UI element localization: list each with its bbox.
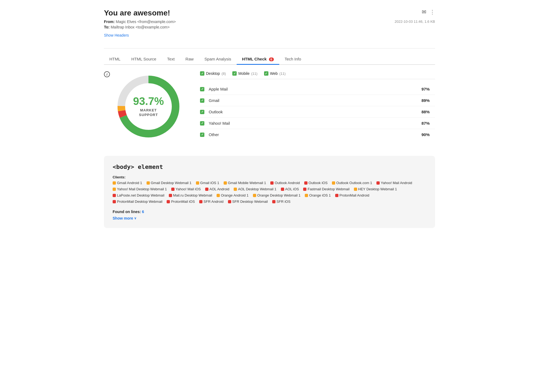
client-item: Outlook Outlook.com 1 xyxy=(332,181,372,185)
client-item: SFR Desktop Webmail xyxy=(228,200,268,204)
compat-name: Outlook xyxy=(209,110,417,114)
client-dot xyxy=(354,188,357,191)
client-name: SFR Desktop Webmail xyxy=(232,200,268,204)
compat-checkbox[interactable] xyxy=(200,110,204,114)
client-dot xyxy=(272,200,275,203)
compat-pct: 97% xyxy=(421,87,435,91)
mobile-checkbox[interactable] xyxy=(232,71,237,76)
client-name: Yahoo! Mail iOS xyxy=(176,187,201,191)
client-item: ProtonMail Android xyxy=(335,193,369,197)
client-item: SFR Android xyxy=(199,200,224,204)
show-headers-link[interactable]: Show Headers xyxy=(104,33,129,37)
client-dot xyxy=(113,181,116,185)
compat-checkbox[interactable] xyxy=(200,98,204,103)
client-name: Mail.ru Desktop Webmail xyxy=(173,193,212,197)
client-item: Orange iOS 1 xyxy=(305,193,331,197)
client-name: SFR Android xyxy=(204,200,224,204)
email-action-button[interactable]: ✉ xyxy=(422,9,426,15)
tab-bar: HTML HTML Source Text Raw Spam Analysis … xyxy=(104,54,435,65)
tab-raw[interactable]: Raw xyxy=(180,54,199,65)
filter-desktop[interactable]: Desktop (8) xyxy=(200,71,226,76)
client-item: Orange Desktop Webmail 1 xyxy=(253,193,300,197)
client-dot xyxy=(113,200,116,203)
client-item: Yahoo! Mail Android xyxy=(376,181,412,185)
compat-checkbox[interactable] xyxy=(200,133,204,137)
client-dot xyxy=(281,188,284,191)
web-checkbox[interactable] xyxy=(264,71,268,76)
filter-mobile[interactable]: Mobile (11) xyxy=(232,71,257,76)
tab-text[interactable]: Text xyxy=(162,54,180,65)
client-item: Gmail Android 1 xyxy=(113,181,142,185)
client-item: LaPoste.net Desktop Webmail xyxy=(113,193,164,197)
chart-percent: 93.7% xyxy=(133,96,164,107)
compat-row: Apple Mail 97% xyxy=(200,83,435,95)
compat-name: Gmail xyxy=(209,98,417,103)
show-more-button[interactable]: Show more xyxy=(113,216,137,220)
compat-name: Other xyxy=(209,132,417,137)
client-dot xyxy=(199,200,202,203)
client-name: AOL Desktop Webmail 1 xyxy=(238,187,277,191)
client-item: Gmail iOS 1 xyxy=(196,181,219,185)
compat-checkbox[interactable] xyxy=(200,87,204,91)
client-name: Outlook Outlook.com 1 xyxy=(336,181,372,185)
tab-spam-analysis[interactable]: Spam Analysis xyxy=(199,54,236,65)
client-name: Orange iOS 1 xyxy=(309,193,331,197)
more-options-button[interactable]: ⋮ xyxy=(430,9,435,15)
to-label: To: xyxy=(104,25,110,29)
client-name: Yahoo! Mail Android xyxy=(381,181,412,185)
client-item: Gmail Mobile Webmail 1 xyxy=(224,181,266,185)
client-name: Orange Android 1 xyxy=(221,193,249,197)
desktop-checkbox[interactable] xyxy=(200,71,204,76)
client-name: Gmail Desktop Webmail 1 xyxy=(151,181,192,185)
client-dot xyxy=(205,188,208,191)
compat-checkbox[interactable] xyxy=(200,121,204,126)
client-name: ProtonMail Desktop Webmail xyxy=(117,200,162,204)
client-dot xyxy=(304,181,307,185)
client-dot xyxy=(270,181,274,185)
tab-html-check-label: HTML Check xyxy=(242,57,267,61)
compat-name: Yahoo! Mail xyxy=(209,121,417,126)
web-count: (11) xyxy=(279,72,286,76)
compat-row: Other 90% xyxy=(200,129,435,140)
client-dot xyxy=(335,194,338,197)
client-dot xyxy=(303,188,306,191)
client-name: Yahoo! Mail Desktop Webmail 1 xyxy=(117,187,167,191)
more-icon: ⋮ xyxy=(430,9,435,15)
client-item: AOL iOS xyxy=(281,187,299,191)
divider xyxy=(104,48,435,49)
body-section-title: <body> element xyxy=(113,163,426,170)
compat-panel: Desktop (8) Mobile (11) Web (11) xyxy=(200,71,435,140)
client-name: Fastmail Desktop Webmail xyxy=(307,187,349,191)
client-item: Outlook iOS xyxy=(304,181,328,185)
client-dot xyxy=(167,200,170,203)
client-name: ProtonMail Android xyxy=(340,193,369,197)
client-name: AOL iOS xyxy=(285,187,299,191)
from-value: Magic Elves <from@example.com> xyxy=(116,20,176,24)
client-name: Gmail iOS 1 xyxy=(200,181,219,185)
client-item: Mail.ru Desktop Webmail xyxy=(169,193,212,197)
client-dot xyxy=(376,181,380,185)
client-dot xyxy=(234,188,237,191)
tab-html-check[interactable]: HTML Check 6 xyxy=(237,54,279,65)
compat-name: Apple Mail xyxy=(209,87,417,91)
compat-pct: 90% xyxy=(421,132,435,137)
client-dot xyxy=(217,194,220,197)
client-dot xyxy=(113,188,116,191)
filter-web[interactable]: Web (11) xyxy=(264,71,286,76)
desktop-label: Desktop xyxy=(206,71,220,76)
tab-html-source[interactable]: HTML Source xyxy=(126,54,162,65)
mobile-label: Mobile xyxy=(238,71,249,76)
client-item: HEY Desktop Webmail 1 xyxy=(354,187,397,191)
tab-tech-info[interactable]: Tech Info xyxy=(279,54,307,65)
email-title: You are awesome! xyxy=(104,9,170,17)
client-item: SFR iOS xyxy=(272,200,290,204)
compat-row: Outlook 88% xyxy=(200,106,435,118)
html-check-badge: 6 xyxy=(269,57,274,61)
client-name: Gmail Mobile Webmail 1 xyxy=(228,181,266,185)
compat-pct: 89% xyxy=(421,98,435,103)
client-dot xyxy=(147,181,150,185)
client-dot xyxy=(171,188,175,191)
tab-html[interactable]: HTML xyxy=(104,54,126,65)
found-lines-value: 6 xyxy=(142,210,144,214)
client-dot xyxy=(253,194,256,197)
